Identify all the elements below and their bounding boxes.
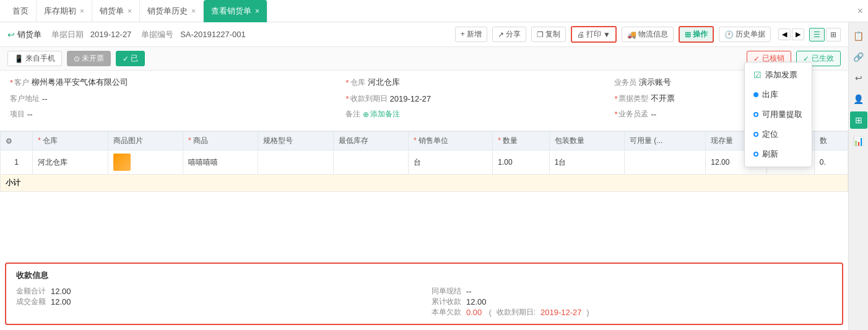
- doc-number-label: 单据编号 SA-20191227-001: [141, 29, 245, 40]
- col-product: * 商品: [183, 132, 258, 150]
- not-opened-button[interactable]: ⊙ 未开票: [67, 51, 111, 66]
- row-available: [625, 150, 706, 175]
- from-phone-button[interactable]: 📱 来自手机: [7, 51, 62, 66]
- col-amount: 数: [814, 132, 848, 150]
- new-button[interactable]: + 新增: [455, 27, 487, 42]
- tab-home[interactable]: 首页: [5, 0, 37, 22]
- sidebar-return-icon[interactable]: ↩: [850, 69, 867, 87]
- project-field: 项目 --: [10, 109, 345, 119]
- payment-info-right: 同单现结 -- 累计收款 12.00 本单欠款 0.00 ( 收款到期日: 20…: [432, 286, 832, 318]
- copy-icon: ❐: [537, 30, 544, 39]
- tab-inventory-init[interactable]: 库存期初 ×: [37, 0, 92, 22]
- radio-icon: [753, 92, 758, 97]
- subtotal-label: 小计: [1, 175, 848, 192]
- add-note-button[interactable]: ⊕ 添加备注: [363, 109, 400, 119]
- payment-info-title: 收款信息: [16, 270, 832, 281]
- row-num: 1: [1, 150, 33, 175]
- nav-arrows: ◀ ▶: [778, 28, 804, 40]
- circle-icon3: [753, 152, 758, 157]
- payment-info: 收款信息 金额合计 12.00 成交金额 12.00 同单现结 --: [5, 263, 843, 325]
- menu-available-qty[interactable]: 可用量提取: [745, 105, 812, 124]
- sidebar-doc-icon[interactable]: 📋: [850, 27, 867, 45]
- history-button[interactable]: 🕐 历史单据: [719, 27, 771, 42]
- sub-toolbar: 📱 来自手机 ⊙ 未开票 ✓ 已 ✓ 已核销 ✓ 已生效: [0, 47, 848, 71]
- tab-sales-order[interactable]: 销货单 ×: [92, 0, 140, 22]
- share-button[interactable]: ↗ 分享: [492, 27, 526, 42]
- form-area: * 客户 柳州粤港平安气体有限公司 * 仓库 河北仓库 业务员 演示账号 客户地…: [0, 71, 848, 131]
- doc-meta: 单据日期 2019-12-27 单据编号 SA-20191227-001: [51, 29, 455, 40]
- doc-icon: ↩: [7, 30, 15, 40]
- warehouse-field: * 仓库 河北仓库: [345, 77, 614, 88]
- grid-icon: ⊞: [685, 30, 691, 39]
- circle-icon: [753, 112, 758, 117]
- doc-header: ↩ 销货单 单据日期 2019-12-27 单据编号 SA-20191227-0…: [0, 22, 848, 47]
- same-order-row: 同单现结 --: [432, 286, 832, 297]
- tab-sales-history[interactable]: 销货单历史 ×: [140, 0, 204, 22]
- view-toggle: ☰ ⊞: [809, 28, 841, 41]
- sidebar-link-icon[interactable]: 🔗: [850, 48, 867, 66]
- customer-field: * 客户 柳州粤港平安气体有限公司: [10, 77, 345, 88]
- check-icon: ✓: [123, 54, 129, 63]
- print-icon: 🖨: [577, 30, 584, 39]
- row-pack-qty: 1台: [549, 150, 624, 175]
- phone-icon: 📱: [14, 54, 24, 63]
- subtotal-row: 小计: [1, 175, 848, 192]
- prev-arrow[interactable]: ◀: [778, 28, 791, 40]
- payment-info-left: 金额合计 12.00 成交金额 12.00: [16, 286, 417, 318]
- print-dropdown-icon: ▼: [603, 30, 610, 39]
- form-row-3: 项目 -- 备注 ⊕ 添加备注 * 业务员孟 --: [10, 109, 838, 119]
- logistics-button[interactable]: 🚚 物流信息: [622, 27, 674, 42]
- row-min-stock: [333, 150, 408, 175]
- copy-button[interactable]: ❐ 复制: [531, 27, 566, 42]
- cumulative-row: 累计收款 12.00: [432, 297, 832, 307]
- window-close-button[interactable]: ×: [857, 6, 863, 17]
- col-spec: 规格型号: [258, 132, 333, 150]
- ticket-icon: ⊙: [74, 54, 80, 63]
- transaction-row: 成交金额 12.00: [16, 297, 417, 307]
- product-thumbnail: [113, 154, 131, 171]
- col-quantity: * 数量: [493, 132, 549, 150]
- list-view-btn[interactable]: ☰: [809, 28, 825, 41]
- col-sales-unit: * 销售单位: [408, 132, 492, 150]
- col-settings: ⚙: [1, 132, 33, 150]
- col-pack-qty: 包装数量: [549, 132, 624, 150]
- payment-info-grid: 金额合计 12.00 成交金额 12.00 同单现结 -- 累计收款: [16, 286, 832, 318]
- plus-icon: ⊕: [363, 110, 369, 119]
- form-row-2: 客户地址 -- * 收款到期日 2019-12-27 * 票据类型 不开票: [10, 93, 838, 104]
- col-warehouse: * 仓库: [33, 132, 108, 150]
- grid-view-btn[interactable]: ⊞: [826, 28, 841, 41]
- row-quantity: 1.00: [493, 150, 549, 175]
- customer-addr-field: 客户地址 --: [10, 93, 345, 104]
- tab-close-sales[interactable]: ×: [128, 7, 132, 15]
- col-available: 可用量 (...: [625, 132, 706, 150]
- confirm-button[interactable]: ✓ 已: [116, 51, 145, 66]
- form-row-1: * 客户 柳州粤港平安气体有限公司 * 仓库 河北仓库 业务员 演示账号: [10, 77, 838, 88]
- row-amount: 0.: [814, 150, 848, 175]
- row-sales-unit: 台: [408, 150, 492, 175]
- tab-close-history[interactable]: ×: [191, 7, 196, 15]
- doc-type-title: ↩ 销货单: [7, 29, 41, 40]
- tab-close-view-sales[interactable]: ×: [255, 7, 259, 15]
- truck-icon: 🚚: [627, 30, 636, 39]
- data-table: ⚙ * 仓库 商品图片 * 商品 规格型号 最低库存 * 销售单位 * 数量 包…: [0, 131, 848, 192]
- sidebar-user-icon[interactable]: 👤: [850, 90, 867, 108]
- tab-view-sales[interactable]: 查看销货单 ×: [204, 0, 267, 22]
- right-sidebar: 📋 🔗 ↩ 👤 ⊞ 📊: [848, 22, 868, 330]
- payment-due-field: * 收款到期日 2019-12-27: [345, 93, 614, 104]
- history-icon: 🕐: [724, 30, 734, 39]
- sidebar-chart-icon[interactable]: ⊞: [850, 111, 867, 129]
- menu-outbound[interactable]: 出库: [745, 85, 812, 105]
- note-field: 备注 ⊕ 添加备注: [345, 109, 614, 119]
- menu-locate[interactable]: 定位: [745, 124, 812, 144]
- row-product-img: [108, 150, 183, 175]
- tab-close-inventory[interactable]: ×: [80, 7, 84, 15]
- menu-refresh[interactable]: 刷新: [745, 144, 812, 164]
- col-min-stock: 最低库存: [333, 132, 408, 150]
- tab-bar: 首页 库存期初 × 销货单 × 销货单历史 × 查看销货单 × ×: [0, 0, 868, 22]
- operation-button[interactable]: ⊞ 操作: [679, 26, 714, 43]
- operation-dropdown: ☑ 添加发票 出库 可用量提取 定位 刷新: [744, 62, 812, 167]
- sidebar-extra-icon[interactable]: 📊: [850, 132, 867, 150]
- next-arrow[interactable]: ▶: [792, 28, 804, 40]
- print-button[interactable]: 🖨 打印 ▼: [571, 26, 617, 43]
- menu-add-invoice[interactable]: ☑ 添加发票: [745, 65, 812, 85]
